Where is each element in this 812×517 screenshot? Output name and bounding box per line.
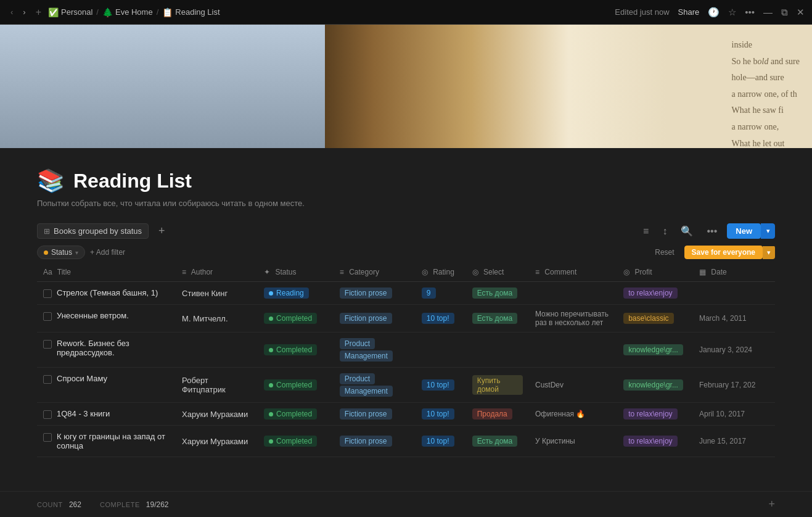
toolbar-row: ⊞ Books grouped by status + ≡ ↕ 🔍 ••• Ne…: [37, 223, 775, 239]
view-selector[interactable]: ⊞ Books grouped by status: [37, 223, 149, 239]
category-col-icon: ≡: [340, 268, 344, 276]
new-button-group: New ▾: [727, 223, 775, 239]
cell-author: Стивен Кинг: [176, 282, 258, 305]
cover-left-side: [0, 25, 325, 148]
select-badge: Продала: [472, 408, 512, 420]
cell-comment: [529, 282, 617, 305]
cell-rating: 9: [416, 282, 466, 305]
row-checkbox[interactable]: [43, 433, 52, 442]
cell-rating: 10 top!: [416, 426, 466, 457]
share-button[interactable]: Share: [678, 7, 700, 17]
cell-title[interactable]: К югу от границы на запад от солнца: [37, 426, 176, 457]
table-row[interactable]: Унесенные ветром. М. Митчелл.CompletedFi…: [37, 305, 775, 333]
profit-badge: to relax\enjoy: [623, 408, 677, 420]
new-button[interactable]: New: [727, 223, 761, 239]
category-badge: Fiction prose: [340, 287, 392, 299]
search-icon[interactable]: 🔍: [677, 223, 697, 239]
close-icon[interactable]: ✕: [797, 7, 805, 18]
add-page-button[interactable]: +: [33, 6, 44, 19]
select-col-icon: ◎: [472, 268, 478, 276]
col-header-author: ≡ Author: [176, 263, 258, 282]
status-dot: [269, 291, 273, 296]
date-col-icon: ▦: [699, 268, 706, 276]
add-view-button[interactable]: +: [155, 223, 169, 239]
filter-icon[interactable]: ≡: [639, 223, 652, 239]
cell-rating: 10 top!: [416, 305, 466, 333]
view-table-icon: ⊞: [44, 227, 50, 236]
breadcrumb-sep-1: /: [96, 7, 99, 17]
cell-date: April 10, 2017: [693, 403, 775, 426]
row-checkbox[interactable]: [43, 375, 52, 384]
status-dot: [269, 348, 273, 352]
breadcrumb-readinglist-label: Reading List: [175, 7, 219, 17]
title-text: 1Q84 - 3 книги: [57, 409, 110, 418]
cell-profit: knowledge\gr...: [617, 368, 693, 403]
status-badge: Reading: [264, 287, 309, 299]
profit-badge: to relax\enjoy: [623, 436, 677, 447]
breadcrumb-evehome[interactable]: 🌲 Eve Home: [102, 7, 153, 17]
profit-badge: base\classic: [623, 313, 673, 324]
add-row-button[interactable]: +: [768, 498, 775, 511]
cover-book: inside So he bold and sure hole—and sure…: [325, 25, 812, 148]
restore-icon[interactable]: ⧉: [781, 7, 788, 18]
cell-title[interactable]: Спроси Маму: [37, 368, 176, 390]
row-checkbox[interactable]: [43, 289, 52, 298]
more-options-icon[interactable]: •••: [703, 223, 721, 239]
status-filter-chip[interactable]: Status ▾: [37, 246, 85, 259]
save-for-everyone-button[interactable]: Save for everyone: [684, 246, 763, 259]
readinglist-icon: 📋: [162, 7, 173, 17]
table-row[interactable]: Стрелок (Темная башня, 1) Стивен КингRea…: [37, 282, 775, 305]
table-row[interactable]: Спроси Маму Роберт ФитцпатрикCompletedPr…: [37, 368, 775, 403]
minimize-icon[interactable]: —: [763, 7, 773, 17]
back-button[interactable]: ‹: [7, 6, 16, 18]
add-filter-button[interactable]: + Add filter: [90, 248, 125, 257]
new-button-dropdown[interactable]: ▾: [761, 223, 775, 239]
status-badge: Completed: [264, 344, 317, 355]
select-badge: Есть дома: [472, 436, 518, 447]
rating-badge: 9: [422, 287, 436, 299]
table-row[interactable]: Rework. Бизнес без предрассудков. Comple…: [37, 333, 775, 368]
cell-title[interactable]: Rework. Бизнес без предрассудков.: [37, 333, 176, 363]
status-dot: [269, 316, 273, 321]
cell-status: Completed: [258, 305, 334, 333]
history-icon[interactable]: 🕐: [708, 7, 720, 18]
profit-badge: knowledge\gr...: [623, 344, 683, 355]
cell-author: [176, 333, 258, 368]
cell-category: Fiction prose: [334, 305, 416, 333]
row-checkbox[interactable]: [43, 410, 52, 419]
breadcrumb-personal[interactable]: ✅ Personal: [48, 7, 92, 17]
cell-category: Fiction prose: [334, 426, 416, 457]
forward-button[interactable]: ›: [20, 6, 28, 18]
footer-count: COUNT 262: [37, 500, 81, 509]
status-filter-chevron: ▾: [75, 249, 78, 256]
reset-button[interactable]: Reset: [655, 248, 674, 257]
cell-select: Купить домой: [466, 368, 529, 403]
rating-badge: 10 top!: [422, 436, 454, 447]
table-row[interactable]: К югу от границы на запад от солнца Хару…: [37, 426, 775, 457]
cell-title[interactable]: Стрелок (Темная башня, 1): [37, 282, 176, 304]
category-badge: Fiction prose: [340, 313, 392, 324]
sort-icon[interactable]: ↕: [658, 223, 671, 239]
row-checkbox[interactable]: [43, 312, 52, 321]
save-dropdown-button[interactable]: ▾: [763, 246, 775, 259]
cell-author: М. Митчелл.: [176, 305, 258, 333]
cell-title[interactable]: Унесенные ветром.: [37, 305, 176, 327]
cell-title[interactable]: 1Q84 - 3 книги: [37, 403, 176, 425]
breadcrumb-readinglist[interactable]: 📋 Reading List: [162, 7, 219, 17]
table-row[interactable]: 1Q84 - 3 книги Харуки МуракамиCompletedF…: [37, 403, 775, 426]
cover-text: inside So he bold and sure hole—and sure…: [732, 37, 800, 148]
col-header-status: ✦ Status: [258, 263, 334, 282]
title-text: Унесенные ветром.: [57, 311, 129, 320]
table-wrapper: Aa Title ≡ Author ✦ Status ≡ Category: [0, 263, 812, 457]
cell-status: Completed: [258, 368, 334, 403]
filter-row: Status ▾ + Add filter Reset Save for eve…: [37, 246, 775, 259]
cell-date: [693, 282, 775, 305]
status-dot: [269, 439, 273, 444]
cell-profit: knowledge\gr...: [617, 333, 693, 368]
cell-select: [466, 333, 529, 368]
row-checkbox[interactable]: [43, 340, 52, 349]
rating-badge: 10 top!: [422, 379, 454, 391]
star-icon[interactable]: ☆: [728, 7, 736, 18]
cell-status: Completed: [258, 403, 334, 426]
more-icon[interactable]: •••: [745, 7, 755, 17]
